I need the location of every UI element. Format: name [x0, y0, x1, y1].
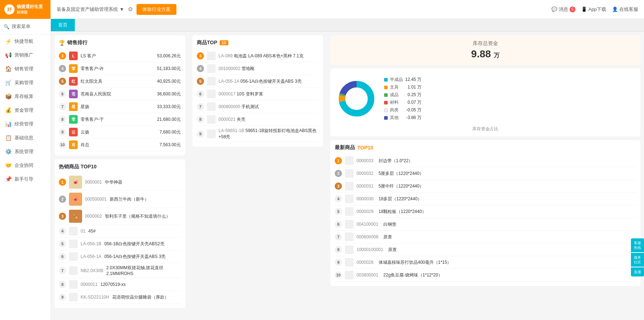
hot-product-9: 9 KK-SD22110H 花语萌恒温分腿睡袋（厚款） [59, 291, 181, 304]
tp-img-2 [207, 64, 216, 73]
hot-products-list: 1 🥩 0000001 中华神器 2 🥩 000500001 新西兰牛肉（新牛）… [59, 174, 181, 304]
logo-text: 畅捷通好生意 [17, 4, 43, 10]
rank-value-2: 51,183.00元 [157, 66, 181, 72]
tp-rank-4: 6 [197, 90, 204, 98]
sidebar-search-area[interactable]: 🔍 搜索菜单 [0, 19, 50, 34]
rank-item-2: 4 零 零售客户-许 51,183.00元 [59, 62, 181, 75]
np-code-8: 10000100001 [356, 247, 383, 252]
nav-icon-caigou: 🛒 [5, 79, 12, 86]
hp-img-8 [69, 280, 78, 289]
tp-img-1 [207, 52, 216, 60]
nav-item-caigou[interactable]: 🛒 采购管理 [0, 76, 50, 90]
np-img-1 [345, 156, 354, 165]
tp-name-3: 056-1A白色按键开关盖ABS 3壳 [240, 79, 302, 84]
rank-value-8: 7,563.00元 [159, 142, 181, 148]
hp-rank-8: 8 [59, 281, 66, 288]
rank-name-7: 云扬 [81, 129, 156, 135]
nav-label-xitong: 系统管理 [15, 148, 33, 155]
np-item-5: 5 0000029 18颗粒板（1220*2440） [335, 205, 636, 218]
nav-icon-kuaijie: ⚡ [5, 38, 12, 45]
tp-rank-2: 4 [197, 65, 204, 72]
hot-product-5: 5 LA-056-1B 056-1B白色按键开关壳ABS2壳 [59, 238, 181, 250]
service-label: 在线客服 [619, 6, 638, 13]
system-name-dropdown[interactable]: 装备及固定资产辅助管理系统 ▼ [57, 6, 124, 13]
rank-item-6: 8 零 零售客户-于 21,680.00元 [59, 113, 181, 126]
nav-item-zijin[interactable]: 💰 资金管理 [0, 103, 50, 117]
np-name-10: 22g鱼豆腐-烧烤味（1*12*20） [383, 272, 443, 278]
np-item-1: 1 0000033 封边带（1.0*22） [335, 155, 636, 167]
tp-img-3 [207, 77, 216, 86]
tp-code-1: LA-089 [219, 53, 233, 58]
trial-btn[interactable]: 体验行业方案 [136, 4, 176, 15]
nav-icon-qiye: 🤝 [5, 162, 12, 169]
inventory-chart-card: 半成品 12.45 万 文具 1.01 万 成品 0.25 万 [330, 69, 640, 136]
np-code-6: 004100001 [356, 222, 378, 227]
rank-avatar-5: 星 [69, 102, 78, 111]
np-item-10: 10 003800001 22g鱼豆腐-烧烤味（1*12*20） [335, 269, 636, 282]
legend-cailiao: 材料 0.07 万 [384, 99, 421, 106]
nav-item-kuaijie[interactable]: ⚡ 快捷导航 [0, 34, 50, 48]
tab-home[interactable]: 首页 [51, 19, 75, 31]
np-item-6: 6 004100001 白钢垫 [335, 218, 636, 231]
np-item-9: 9 0000028 体城嘉枝味苏打饮品400毫升（1*15） [335, 256, 636, 269]
nav-item-xiaoshou[interactable]: 🏠 销售管理 [0, 62, 50, 76]
nav-item-jingying[interactable]: 📊 经营管理 [0, 117, 50, 131]
np-rank-6: 6 [335, 221, 342, 228]
nav-item-qiye[interactable]: 🤝 企业协同 [0, 159, 50, 172]
app-download-btn[interactable]: 📱 App下载 [581, 6, 606, 13]
inventory-value: 9.88 [471, 48, 491, 60]
search-menu-btn[interactable]: 🔍 搜索菜单 [4, 22, 47, 31]
float-hotline-btn[interactable]: 客服热线 [631, 238, 644, 252]
hp-img-7 [69, 266, 78, 275]
top-products-list: 3 LA-089 电池盖 LA-089 ABS本色+黑种 7.1克 4 0010… [197, 50, 319, 142]
rank-icon: 🏆 [59, 40, 65, 46]
np-img-8 [345, 245, 354, 254]
hp-name-5: 056-1B白色按键开关壳ABS2壳 [104, 241, 164, 247]
online-service-btn[interactable]: 👤 在线客服 [612, 6, 638, 13]
nav-item-xinshou[interactable]: 📌 新手引导 [0, 172, 50, 186]
rank-num-6: 8 [59, 116, 66, 123]
np-img-4 [345, 194, 354, 203]
nav-item-yingxiao[interactable]: 📢 营销推广 [0, 48, 50, 62]
rank-avatar-3: 红 [69, 77, 78, 86]
tp-name-4: 10S 变料罗浆 [237, 91, 263, 97]
legend-banchenpin: 半成品 12.45 万 [384, 77, 421, 83]
np-name-1: 封边带（1.0*22） [379, 158, 413, 164]
inventory-footer: 库存资金占比 [335, 126, 636, 132]
tab-home-label: 首页 [58, 22, 68, 28]
inventory-title: 库存总资金 [335, 40, 635, 47]
hp-name-8: 12070519-xs [101, 282, 126, 287]
np-item-2: 2 0000032 5厘多层（1220*2440） [335, 167, 636, 180]
nav-item-jichu[interactable]: 📋 基础信息 [0, 131, 50, 145]
hp-rank-3: 3 [59, 213, 66, 220]
nav-label-jingying: 经营管理 [15, 121, 33, 127]
tp-code-2: 001000002 [219, 66, 240, 71]
message-btn[interactable]: 💬 消息 6 [551, 6, 575, 13]
hp-code-6: LA-056-1A [81, 254, 101, 259]
message-badge: 6 [570, 7, 575, 12]
rank-value-3: 40,925.00元 [157, 78, 181, 85]
settings-icon[interactable]: ⚙ [128, 6, 133, 13]
hp-rank-6: 6 [59, 253, 66, 260]
rank-num-7: 9 [59, 128, 66, 136]
float-live-btn[interactable]: 直播 [631, 267, 644, 276]
hot-products-title: 热销商品 TOP10 [59, 164, 181, 170]
rank-avatar-7: 云 [69, 128, 78, 136]
rank-item-3: 5 红 红太阳文具 40,925.00元 [59, 75, 181, 88]
hp-img-4 [69, 227, 78, 235]
inventory-value-display: 9.88 万 [335, 48, 635, 60]
nav-item-xitong[interactable]: ⚙️ 系统管理 [0, 145, 50, 159]
inventory-card: 库存总资金 9.88 万 [330, 35, 640, 65]
nav-label-yingxiao: 营销推广 [15, 52, 33, 58]
tp-rank-7: 9 [197, 130, 204, 138]
logo-sub: 标准版 [17, 10, 43, 15]
float-community-btn[interactable]: 服务社区 [631, 253, 644, 267]
tp-item-3: 5 LA-056-1A 056-1A白色按键开关盖ABS 3壳 [197, 75, 319, 88]
np-code-4: 0000030 [356, 196, 374, 201]
hp-code-9: KK-SD22110H [81, 295, 109, 300]
nav-item-kucun[interactable]: 📦 库存核算 [0, 90, 50, 103]
tp-code-4: 0000017 [219, 91, 236, 97]
legend-chengpin: 成品 0.25 万 [384, 92, 421, 98]
rank-num-8: 10 [59, 141, 66, 148]
donut-container: 半成品 12.45 万 文具 1.01 万 成品 0.25 万 [335, 73, 636, 124]
